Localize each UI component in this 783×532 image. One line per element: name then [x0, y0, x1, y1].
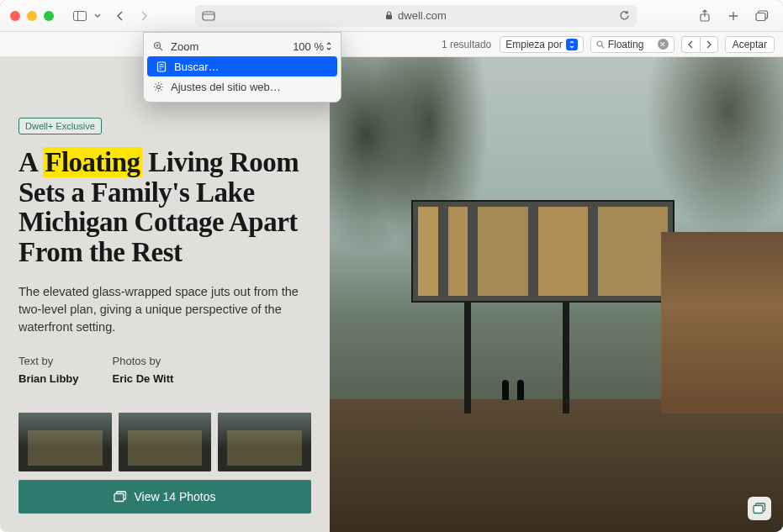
- find-next-button[interactable]: [700, 36, 718, 53]
- site-settings-label: Ajustes del sitio web…: [171, 81, 281, 93]
- text-by-label: Text by: [19, 355, 79, 367]
- find-mode-chevron-icon: [566, 39, 578, 50]
- zoom-row[interactable]: Zoom 100 %: [144, 36, 341, 56]
- thumbnail[interactable]: [19, 413, 112, 471]
- search-icon: [596, 40, 605, 49]
- photo-thumbnails: [19, 413, 311, 471]
- url-text: dwell.com: [398, 9, 447, 22]
- find-prev-button[interactable]: [681, 36, 700, 53]
- find-input[interactable]: Floating ✕: [590, 36, 675, 53]
- photos-by-label: Photos by: [113, 355, 174, 367]
- back-button[interactable]: [109, 6, 131, 26]
- find-menu-item[interactable]: Buscar…: [147, 56, 337, 76]
- gear-icon: [152, 82, 164, 92]
- svg-rect-7: [756, 13, 765, 20]
- svg-rect-4: [386, 15, 392, 20]
- find-bar: 1 resultado Empieza por Floating ✕ Acept…: [0, 32, 783, 57]
- sidebar-chevron-icon[interactable]: [93, 6, 103, 26]
- find-mode-label: Empieza por: [505, 39, 562, 50]
- zoom-label: Zoom: [171, 40, 198, 53]
- svg-point-8: [597, 41, 602, 46]
- browser-titlebar: dwell.com: [0, 0, 783, 32]
- zoom-icon: [152, 41, 164, 51]
- find-mode-select[interactable]: Empieza por: [500, 36, 583, 53]
- tabs-overview-button[interactable]: [751, 6, 773, 26]
- article-subhead: The elevated glass-wrapped space juts ou…: [19, 283, 311, 336]
- zoom-window-button[interactable]: [44, 11, 54, 21]
- share-button[interactable]: [694, 6, 716, 26]
- svg-rect-13: [754, 506, 763, 514]
- clear-find-button[interactable]: ✕: [658, 39, 669, 50]
- thumbnail[interactable]: [119, 413, 212, 471]
- find-navigation: [681, 36, 718, 53]
- text-by-value: Brian Libby: [19, 372, 79, 385]
- find-result-count: 1 resultado: [442, 39, 491, 50]
- view-photos-label: View 14 Photos: [134, 490, 215, 503]
- thumbnail[interactable]: [218, 413, 311, 471]
- svg-line-15: [160, 48, 162, 50]
- find-highlight: Floating: [43, 147, 141, 177]
- svg-rect-11: [114, 494, 124, 502]
- svg-rect-2: [203, 12, 214, 20]
- reload-button[interactable]: [619, 10, 630, 21]
- page-content: Dwell+ Exclusive A Floating Living Room …: [0, 57, 783, 532]
- new-tab-button[interactable]: [722, 6, 744, 26]
- navigation-buttons: [109, 6, 155, 26]
- zoom-value-stepper[interactable]: 100 %: [293, 40, 332, 53]
- svg-point-22: [156, 85, 160, 88]
- address-bar[interactable]: dwell.com: [195, 5, 637, 27]
- find-input-value: Floating: [608, 39, 654, 50]
- document-search-icon: [156, 61, 167, 72]
- svg-rect-0: [74, 11, 87, 20]
- forward-button[interactable]: [133, 6, 155, 26]
- window-controls: [10, 11, 54, 21]
- lock-icon: [385, 11, 393, 20]
- expand-gallery-button[interactable]: [748, 497, 771, 520]
- page-settings-menu: Zoom 100 % Buscar… Ajustes del sitio web…: [143, 32, 341, 103]
- find-done-button[interactable]: Aceptar: [725, 36, 775, 53]
- sidebar-toggle-button[interactable]: [69, 6, 91, 26]
- article-sidebar: Dwell+ Exclusive A Floating Living Room …: [0, 57, 330, 532]
- close-window-button[interactable]: [10, 11, 20, 21]
- view-photos-button[interactable]: View 14 Photos: [19, 480, 311, 514]
- photos-by-value: Eric De Witt: [113, 372, 174, 385]
- minimize-window-button[interactable]: [27, 11, 37, 21]
- find-menu-label: Buscar…: [174, 61, 219, 73]
- exclusive-badge: Dwell+ Exclusive: [19, 118, 102, 134]
- site-settings-menu-item[interactable]: Ajustes del sitio web…: [144, 76, 341, 97]
- page-settings-icon[interactable]: [202, 10, 215, 22]
- article-credits: Text by Brian Libby Photos by Eric De Wi…: [19, 355, 311, 385]
- hero-image: [330, 57, 783, 532]
- article-headline: A Floating Living Room Sets a Family's L…: [19, 148, 311, 268]
- gallery-icon: [114, 491, 127, 503]
- svg-line-9: [601, 45, 604, 48]
